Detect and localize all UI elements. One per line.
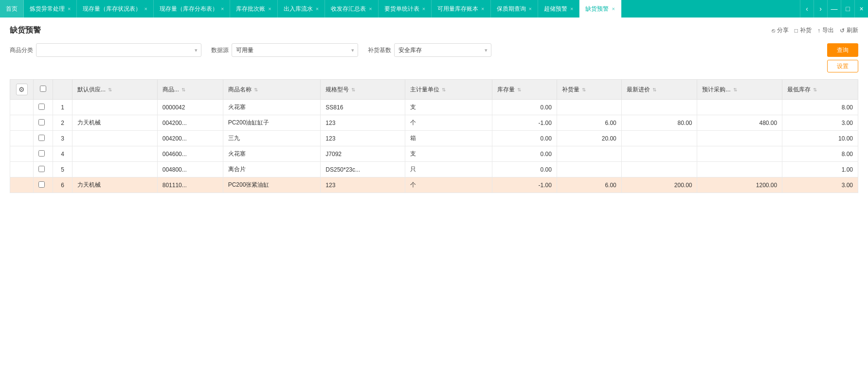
close-tab-stock-dist[interactable]: ×: [221, 6, 224, 12]
category-select[interactable]: [36, 43, 201, 57]
td-row-num: 1: [53, 100, 72, 115]
table-row: 5004800...离合片DS250*23c...只0.001.00: [10, 162, 858, 177]
td-estimated-purchase: [697, 100, 782, 115]
tab-stock-status[interactable]: 现存量（库存状况表） ×: [77, 0, 153, 18]
row-checkbox[interactable]: [38, 135, 45, 141]
tab-order-stats[interactable]: 要货单统计表 ×: [379, 0, 432, 18]
replenish-action[interactable]: □ 补货: [795, 26, 812, 35]
export-action[interactable]: ↑ 导出: [817, 26, 834, 35]
td-row-num: 6: [53, 177, 72, 193]
tab-expiry-query[interactable]: 保质期查询 ×: [491, 0, 538, 18]
close-tab-shortage[interactable]: ×: [612, 6, 615, 12]
tab-prev-button[interactable]: ‹: [800, 0, 814, 18]
datasource-select-wrapper: 可用量 ▾: [232, 43, 358, 57]
tab-shortage[interactable]: 缺货预警 ×: [579, 0, 621, 18]
select-all-checkbox[interactable]: [40, 86, 46, 92]
th-product-name[interactable]: 商品名称 ⇅: [223, 80, 321, 100]
th-latest-price[interactable]: 最新进价 ⇅: [621, 80, 697, 100]
th-settings[interactable]: ⚙: [10, 80, 34, 100]
close-tab-expiry-query[interactable]: ×: [529, 6, 532, 12]
share-action[interactable]: ⎋ 分享: [772, 26, 789, 35]
td-latest-price: [621, 100, 697, 115]
td-product-name: PC200油缸缸子: [223, 115, 321, 131]
close-tab-batch-account[interactable]: ×: [268, 6, 271, 12]
th-num: [53, 80, 72, 100]
td-row-num: 4: [53, 146, 72, 162]
tab-abnormal[interactable]: 炼货异常处理 ×: [24, 0, 77, 18]
sort-stock-qty-icon: ⇅: [517, 87, 521, 92]
datasource-select[interactable]: 可用量: [232, 43, 358, 57]
td-row-check[interactable]: [34, 146, 53, 162]
close-tab-inout-flow[interactable]: ×: [316, 6, 319, 12]
column-settings-gear[interactable]: ⚙: [16, 84, 28, 95]
row-checkbox[interactable]: [38, 181, 45, 188]
td-row-settings: [10, 131, 34, 146]
datasource-filter-group: 数据源 可用量 ▾: [211, 43, 358, 57]
query-button[interactable]: 查询: [827, 43, 858, 57]
page-title: 缺货预警: [10, 25, 41, 35]
datasource-label: 数据源: [211, 46, 229, 54]
tab-stock-dist[interactable]: 现存量（库存分布表） ×: [154, 0, 230, 18]
tab-collect-total[interactable]: 收发存汇总表 ×: [325, 0, 378, 18]
tab-home[interactable]: 首页: [0, 0, 24, 18]
td-row-check[interactable]: [34, 162, 53, 177]
td-latest-price: [621, 131, 697, 146]
td-min-stock: 8.00: [782, 146, 858, 162]
th-default-supplier[interactable]: 默认供应... ⇅: [72, 80, 158, 100]
td-row-check[interactable]: [34, 131, 53, 146]
td-spec: DS250*23c...: [321, 162, 405, 177]
td-spec: SS816: [321, 100, 405, 115]
tab-available-ledger[interactable]: 可用量库存账本 ×: [432, 0, 490, 18]
refresh-icon: ↺: [840, 27, 845, 34]
tab-close-button[interactable]: ×: [854, 0, 868, 18]
row-checkbox[interactable]: [38, 150, 45, 157]
th-unit[interactable]: 主计量单位 ⇅: [405, 80, 492, 100]
th-estimated-purchase[interactable]: 预计采购... ⇅: [697, 80, 782, 100]
tab-nav-buttons: ‹ › — □ ×: [800, 0, 868, 18]
settings-button[interactable]: 设置: [827, 60, 858, 72]
td-latest-price: 200.00: [621, 177, 697, 193]
th-replenish-qty[interactable]: 补货量 ⇅: [557, 80, 621, 100]
tab-batch-account[interactable]: 库存批次账 ×: [230, 0, 277, 18]
th-product-code[interactable]: 商品... ⇅: [157, 80, 223, 100]
page-content: 缺货预警 ⎋ 分享 □ 补货 ↑ 导出 ↺ 刷新 商品分类: [0, 18, 868, 387]
td-estimated-purchase: [697, 162, 782, 177]
td-row-check[interactable]: [34, 177, 53, 193]
close-tab-available-ledger[interactable]: ×: [481, 6, 484, 12]
td-product-code: 004200...: [157, 115, 223, 131]
th-spec[interactable]: 规格型号 ⇅: [321, 80, 405, 100]
row-checkbox[interactable]: [38, 166, 45, 172]
td-product-code: 004600...: [157, 146, 223, 162]
td-product-code: 004800...: [157, 162, 223, 177]
filter-action-buttons: 查询 设置: [827, 43, 858, 72]
close-tab-collect-total[interactable]: ×: [369, 6, 372, 12]
replenish-base-select-wrapper: 安全库存 ▾: [394, 43, 491, 57]
td-default-supplier: [72, 100, 158, 115]
td-min-stock: 10.00: [782, 131, 858, 146]
refresh-action[interactable]: ↺ 刷新: [840, 26, 858, 35]
td-row-check[interactable]: [34, 100, 53, 115]
row-checkbox[interactable]: [38, 104, 45, 110]
th-check[interactable]: [34, 80, 53, 100]
th-min-stock[interactable]: 最低库存 ⇅: [782, 80, 858, 100]
row-checkbox[interactable]: [38, 119, 45, 125]
td-unit: 支: [405, 146, 492, 162]
td-row-check[interactable]: [34, 115, 53, 131]
tab-next-button[interactable]: ›: [814, 0, 827, 18]
td-replenish-qty: [557, 100, 621, 115]
td-estimated-purchase: 1200.00: [697, 177, 782, 193]
sort-replenish-qty-icon: ⇅: [582, 87, 586, 92]
tab-maximize-button[interactable]: □: [841, 0, 854, 18]
tab-overstock[interactable]: 超储预警 ×: [538, 0, 579, 18]
replenish-base-select[interactable]: 安全库存: [394, 43, 491, 57]
th-stock-qty[interactable]: 库存量 ⇅: [492, 80, 557, 100]
close-tab-overstock[interactable]: ×: [570, 6, 573, 12]
tab-minimize-button[interactable]: —: [827, 0, 841, 18]
tab-inout-flow[interactable]: 出入库流水 ×: [278, 0, 325, 18]
close-tab-order-stats[interactable]: ×: [422, 6, 425, 12]
td-unit: 箱: [405, 131, 492, 146]
close-tab-stock-status[interactable]: ×: [144, 6, 147, 12]
td-product-name: 火花塞: [223, 100, 321, 115]
close-tab-abnormal[interactable]: ×: [68, 6, 71, 12]
td-unit: 只: [405, 162, 492, 177]
